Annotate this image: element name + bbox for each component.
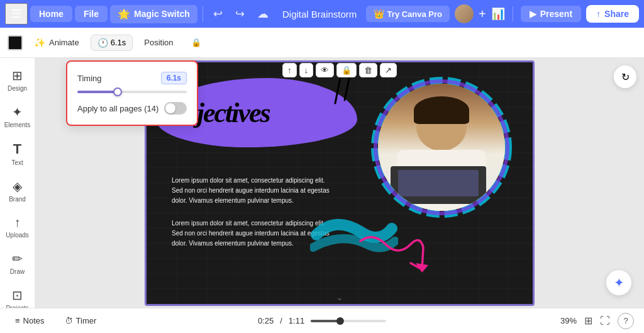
timing-panel: Timing 6.1s Apply to all pages (14) xyxy=(66,60,198,126)
sidebar-label-brand: Brand xyxy=(9,196,26,203)
sidebar-item-text[interactable]: T Text xyxy=(2,136,33,171)
bottombar-right: 39% ⊞ ⛶ ? xyxy=(560,313,634,329)
divider-1 xyxy=(203,6,203,21)
canvas-top-toolbar: ↑ ↓ 👁 🔒 🗑 ↗ xyxy=(282,63,397,77)
magic-switch-label: Magic Switch xyxy=(134,9,190,19)
sidebar-item-draw[interactable]: ✏ Draw xyxy=(2,246,33,280)
add-collaborator-button[interactable]: + xyxy=(479,7,486,21)
present-icon: ▶ xyxy=(530,9,536,19)
progress-fill xyxy=(311,320,338,322)
fullscreen-button[interactable]: ⛶ xyxy=(600,315,610,327)
magic-switch-button[interactable]: 🌟 Magic Switch xyxy=(110,5,197,23)
canvas-eye-button[interactable]: 👁 xyxy=(316,63,334,77)
refresh-button[interactable]: ↻ xyxy=(614,65,636,88)
sidebar-label-draw: Draw xyxy=(10,268,25,275)
person-circle xyxy=(378,84,505,211)
sidebar-label-uploads: Uploads xyxy=(6,232,29,239)
bottombar-center: 0:25 / 1:11 xyxy=(258,316,386,325)
sidebar-label-text: Text xyxy=(11,159,23,166)
present-button[interactable]: ▶ Present xyxy=(521,6,581,22)
timing-slider-thumb[interactable] xyxy=(113,87,122,96)
slide-para-1: Lorem ipsum dolor sit amet, consectetur … xyxy=(172,176,335,206)
canvas-down-button[interactable]: ↓ xyxy=(299,63,314,77)
timing-slider[interactable] xyxy=(77,91,187,93)
apply-all-row: Apply to all pages (14) xyxy=(77,102,187,115)
time-current: 0:25 xyxy=(258,316,274,325)
notes-icon: ≡ xyxy=(15,316,20,325)
bottombar: ≡ Notes ⏱ Timer 0:25 / 1:11 39% ⊞ ⛶ ? xyxy=(0,308,644,333)
notes-label: Notes xyxy=(23,316,45,325)
canvas-export-button[interactable]: ↗ xyxy=(380,63,397,77)
animate-button[interactable]: ✨ Animate xyxy=(28,34,86,52)
zoom-level: 39% xyxy=(560,316,577,325)
magic-emoji: 🌟 xyxy=(118,8,130,20)
crown-icon: 👑 xyxy=(374,9,384,19)
timing-slider-fill xyxy=(77,91,116,93)
document-title[interactable]: Digital Brainstorm xyxy=(282,9,357,20)
present-label: Present xyxy=(540,9,572,19)
timer-icon: ⏱ xyxy=(65,316,73,325)
uploads-icon: ↑ xyxy=(14,215,21,230)
projects-icon: ⊡ xyxy=(12,288,23,303)
topbar: ☰ Home File 🌟 Magic Switch ↩ ↪ ☁ Digital… xyxy=(0,0,644,28)
position-button[interactable]: Position xyxy=(138,35,179,50)
apply-all-toggle[interactable] xyxy=(164,102,187,115)
time-separator: / xyxy=(280,316,282,325)
redo-button[interactable]: ↪ xyxy=(230,4,250,23)
topbar-center: Digital Brainstorm xyxy=(276,9,364,20)
sidebar-item-projects[interactable]: ⊡ Projects xyxy=(2,283,33,308)
menu-icon-button[interactable]: ☰ xyxy=(5,3,28,25)
progress-thumb[interactable] xyxy=(336,317,344,325)
clock-icon: 🕐 xyxy=(97,38,108,48)
share-label: Share xyxy=(604,9,629,19)
animate-icon: ✨ xyxy=(34,37,46,48)
timing-value-display: 6.1s xyxy=(111,38,126,47)
divider-2 xyxy=(513,6,513,21)
canvapro-label: Try Canva Pro xyxy=(387,9,442,19)
file-button[interactable]: File xyxy=(75,6,108,22)
timing-title: Timing xyxy=(77,74,102,83)
scroll-indicator[interactable]: ⌄ xyxy=(336,291,343,303)
share-icon: ↑ xyxy=(596,9,601,19)
help-button[interactable]: ? xyxy=(618,313,634,329)
grid-view-button[interactable]: ⊞ xyxy=(584,315,592,327)
plus-circle-button[interactable]: ✦ xyxy=(606,270,631,295)
canvas-trash-button[interactable]: 🗑 xyxy=(359,63,377,77)
toggle-thumb xyxy=(165,103,175,113)
sidebar: ⊞ Design ✦ Elements T Text ◈ Brand ↑ Upl… xyxy=(0,58,35,308)
time-total: 1:11 xyxy=(289,316,304,325)
toolbar2: ✨ Animate 🕐 6.1s Position 🔒 Timing 6.1s … xyxy=(0,28,644,58)
home-button[interactable]: Home xyxy=(30,6,72,22)
cloud-save-button[interactable]: ☁ xyxy=(252,4,274,23)
avatar[interactable] xyxy=(455,4,474,23)
color-swatch[interactable] xyxy=(8,35,23,50)
hamburger-icon: ☰ xyxy=(11,8,21,20)
slide-content: Objectives Lorem ipsum dolor sit amet, c… xyxy=(147,62,533,304)
sidebar-item-brand[interactable]: ◈ Brand xyxy=(2,174,33,208)
sidebar-label-design: Design xyxy=(8,85,27,92)
lock-button[interactable]: 🔒 xyxy=(185,35,208,50)
sidebar-item-elements[interactable]: ✦ Elements xyxy=(2,99,33,133)
timing-badge[interactable]: 🕐 6.1s xyxy=(91,35,133,51)
undo-button[interactable]: ↩ xyxy=(208,4,228,23)
canvas-up-button[interactable]: ↑ xyxy=(282,63,297,77)
text-icon: T xyxy=(13,141,21,157)
canvapro-button[interactable]: 👑 Try Canva Pro xyxy=(366,6,450,22)
canvas-slide[interactable]: Objectives Lorem ipsum dolor sit amet, c… xyxy=(145,60,535,306)
canvas-lock-button[interactable]: 🔒 xyxy=(336,63,357,77)
animate-label: Animate xyxy=(49,38,79,47)
stats-button[interactable]: 📊 xyxy=(491,7,505,21)
sidebar-item-uploads[interactable]: ↑ Uploads xyxy=(2,210,33,244)
timer-button[interactable]: ⏱ Timer xyxy=(60,313,102,328)
sidebar-item-design[interactable]: ⊞ Design xyxy=(2,63,33,97)
apply-all-label: Apply to all pages (14) xyxy=(77,104,158,113)
share-button[interactable]: ↑ Share xyxy=(586,5,639,23)
bottombar-left: ≡ Notes ⏱ Timer xyxy=(10,313,101,328)
topbar-right: 👑 Try Canva Pro + 📊 ▶ Present ↑ Share xyxy=(366,4,639,23)
progress-track[interactable] xyxy=(311,320,386,322)
circle-frame xyxy=(369,75,514,220)
brand-icon: ◈ xyxy=(13,179,22,194)
sidebar-label-elements: Elements xyxy=(4,121,31,128)
laptop-screen xyxy=(398,170,479,196)
notes-button[interactable]: ≡ Notes xyxy=(10,313,50,328)
